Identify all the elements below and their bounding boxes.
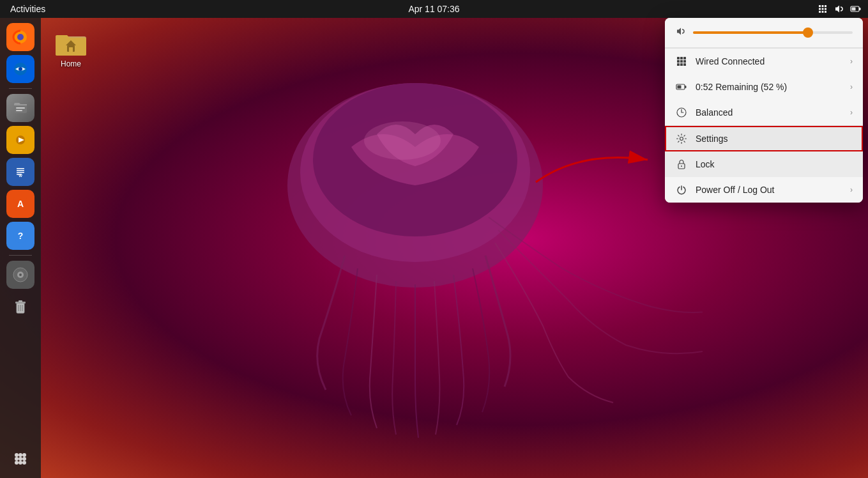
topbar-system-icons — [817, 3, 862, 15]
svg-rect-29 — [17, 170, 24, 171]
topbar: Activities Apr 11 07:36 — [0, 0, 868, 18]
svg-rect-22 — [16, 110, 22, 111]
wired-arrow-icon: › — [850, 57, 853, 66]
wired-connected-label: Wired Connected — [696, 56, 850, 66]
dock-item-dvd[interactable] — [6, 261, 34, 289]
jellyfish-illustration — [128, 32, 703, 447]
svg-rect-64 — [680, 60, 683, 63]
svg-text:W: W — [19, 174, 22, 178]
svg-rect-70 — [685, 86, 687, 88]
dock-item-writer[interactable]: W — [6, 158, 34, 186]
network-icon[interactable] — [817, 3, 828, 15]
lock-icon — [675, 158, 688, 171]
volume-slider-fill — [693, 31, 808, 34]
svg-point-17 — [17, 34, 24, 40]
dock-item-help[interactable]: ? — [6, 222, 34, 250]
svg-point-19 — [19, 67, 22, 71]
menu-item-battery[interactable]: 0:52 Remaining (52 %) › — [665, 74, 863, 100]
svg-rect-65 — [683, 60, 686, 63]
power-off-label: Power Off / Log Out — [696, 185, 850, 195]
battery-label: 0:52 Remaining (52 %) — [696, 82, 850, 92]
svg-text:?: ? — [18, 231, 24, 241]
battery-arrow-icon: › — [850, 82, 853, 91]
volume-control-row — [665, 18, 863, 48]
power-mode-label: Balanced — [696, 107, 850, 118]
dock-item-trash[interactable] — [6, 293, 34, 321]
settings-gear-icon — [675, 132, 688, 145]
datetime-display[interactable]: Apr 11 07:36 — [408, 4, 459, 14]
svg-rect-42 — [19, 300, 22, 302]
svg-point-3 — [364, 121, 441, 160]
svg-rect-60 — [677, 57, 680, 59]
power-off-arrow-icon: › — [850, 185, 853, 194]
svg-rect-11 — [822, 11, 824, 13]
volume-slider[interactable] — [693, 31, 853, 34]
dock-separator-2 — [9, 255, 32, 256]
dock-item-rhythmbox[interactable] — [6, 126, 34, 154]
svg-point-51 — [22, 457, 26, 461]
menu-item-settings[interactable]: Settings — [665, 126, 863, 151]
svg-rect-66 — [677, 63, 680, 66]
power-mode-arrow-icon: › — [850, 108, 853, 117]
svg-rect-8 — [822, 8, 824, 10]
menu-item-power[interactable]: Power Off / Log Out › — [665, 177, 863, 203]
svg-rect-62 — [683, 57, 686, 59]
desktop-home-folder[interactable]: Home — [54, 29, 88, 68]
svg-point-52 — [15, 461, 19, 465]
svg-rect-12 — [825, 11, 826, 13]
svg-point-47 — [19, 453, 22, 457]
svg-rect-21 — [16, 107, 25, 109]
svg-point-54 — [22, 461, 26, 465]
dock-item-appstore[interactable]: A — [6, 190, 34, 218]
svg-rect-14 — [859, 8, 861, 10]
network-menu-icon — [675, 55, 688, 68]
dock-item-files[interactable] — [6, 94, 34, 122]
svg-point-50 — [19, 457, 22, 461]
svg-point-39 — [19, 274, 22, 276]
svg-point-73 — [680, 137, 683, 141]
battery-menu-icon — [675, 81, 688, 93]
svg-rect-59 — [69, 47, 73, 52]
dock-item-show-apps[interactable] — [6, 445, 34, 473]
application-dock: W A ? — [0, 18, 41, 478]
svg-point-48 — [22, 453, 26, 457]
svg-rect-9 — [825, 8, 826, 10]
volume-slider-thumb[interactable] — [803, 27, 813, 38]
folder-icon — [54, 29, 88, 57]
volume-mute-icon[interactable] — [675, 26, 687, 40]
svg-text:A: A — [17, 199, 24, 209]
dock-item-thunderbird[interactable] — [6, 55, 34, 83]
svg-rect-4 — [819, 5, 821, 7]
svg-rect-6 — [825, 5, 826, 7]
lock-label: Lock — [696, 159, 853, 169]
svg-point-75 — [681, 166, 682, 167]
settings-label: Settings — [696, 134, 853, 144]
activities-button[interactable]: Activities — [6, 4, 49, 14]
svg-rect-68 — [683, 63, 686, 66]
svg-rect-10 — [819, 11, 821, 13]
menu-item-power-mode[interactable]: Balanced › — [665, 100, 863, 125]
menu-item-lock[interactable]: Lock — [665, 151, 863, 177]
home-folder-label: Home — [61, 59, 81, 68]
svg-point-49 — [15, 457, 19, 461]
battery-topbar-icon[interactable] — [850, 3, 862, 15]
svg-rect-71 — [678, 86, 681, 89]
menu-item-wired[interactable]: Wired Connected › — [665, 49, 863, 74]
system-menu-popup: Wired Connected › 0:52 Remaining (52 %) … — [665, 18, 863, 203]
svg-rect-63 — [677, 60, 680, 63]
volume-topbar-icon[interactable] — [834, 3, 845, 15]
svg-point-53 — [19, 461, 22, 465]
power-off-icon — [675, 183, 688, 196]
power-mode-icon — [675, 106, 688, 119]
svg-rect-30 — [17, 172, 24, 173]
svg-rect-67 — [680, 63, 683, 66]
svg-rect-7 — [819, 8, 821, 10]
svg-rect-15 — [852, 8, 856, 11]
svg-rect-61 — [680, 57, 683, 59]
svg-point-46 — [15, 453, 19, 457]
svg-rect-5 — [822, 5, 824, 7]
svg-rect-28 — [17, 168, 24, 169]
dock-separator-1 — [9, 88, 32, 89]
dock-item-firefox[interactable] — [6, 23, 34, 51]
